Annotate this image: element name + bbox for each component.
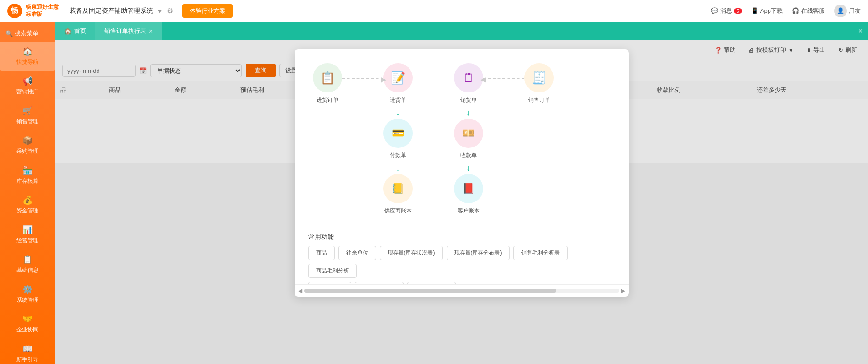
dropdown-icon[interactable]: ▼ [157,7,163,15]
page-content: ❓ 帮助 🖨 按模板打印 ▼ ⬆ 导出 ↻ 刷新 [55,40,868,364]
node-purchase-bill[interactable]: 📝 进货单 [383,63,413,104]
circle-sales-order: 🧾 [524,63,554,92]
experience-button[interactable]: 体验行业方案 [182,4,233,18]
label-sales-order: 销售订单 [528,96,550,104]
node-customer-ledger[interactable]: 📕 客户账本 [454,174,483,215]
func-btn-stock-status[interactable]: 现存量(库存状况表) [380,246,443,260]
circle-receipt-bill: 💴 [454,119,483,148]
newbie-icon: 📖 [22,344,33,354]
scrollbar-thumb [304,289,556,293]
sidebar-item-basics[interactable]: 📋 基础信息 [0,250,55,279]
gear-icon[interactable]: ⚙ [167,6,173,15]
content-area: 🏠 首页 销售订单执行表 × × ❓ 帮助 🖨 按模板打印 [55,22,868,364]
workflow-row-3: 📒 供应商账本 📕 客户账本 [313,174,611,215]
top-header: 畅 畅康通好生意 标准版 装备及固定资产辅助管理系统 ▼ ⚙ 体验行业方案 💬 … [0,0,868,22]
circle-purchase-order: 📋 [313,63,342,92]
finance-icon: 💰 [22,195,33,205]
marketing-icon: 📢 [22,76,33,86]
label-receipt-bill: 收款单 [460,152,477,159]
tab-close-icon[interactable]: × [149,27,153,35]
online-service-label: 在线客服 [801,7,825,15]
download-icon: 📱 [751,7,759,14]
tab-home[interactable]: 🏠 首页 [55,22,95,40]
search-icon: 🔍 [5,30,13,37]
system-title-text: 装备及固定资产辅助管理系统 [70,7,153,15]
workflow-arrows-row: ↓ ↓ [313,109,611,117]
logo-area: 畅 畅康通好生意 标准版 [7,4,62,18]
label-purchase-order: 进货订单 [317,96,338,104]
func-buttons-row1: 商品 往来单位 现存量(库存状况表) 现存量(库存分布表) 销售毛利分析表 商品… [308,246,615,278]
workflow-row-2: 💳 付款单 💴 收款单 [313,119,611,159]
func-btn-sales-margin[interactable]: 销售毛利分析表 [513,246,568,260]
func-btn-counterpart[interactable]: 往来单位 [338,246,376,260]
modal-box: 📋 进货订单 ▶ 📝 进货单 [295,49,629,297]
enterprise-icon: 🤝 [22,314,33,324]
label-customer-ledger: 客户账本 [458,207,480,215]
message-action[interactable]: 💬 消息 5 [711,7,742,15]
sidebar-item-label-finance: 资金管理 [16,207,38,215]
node-supplier-ledger[interactable]: 📒 供应商账本 [383,174,413,215]
sidebar-search[interactable]: 🔍 搜索菜单 [0,26,55,41]
header-right: 💬 消息 5 📱 App下载 🎧 在线客服 👤 用友 [711,5,861,17]
sidebar-item-system[interactable]: ⚙️ 系统管理 [0,280,55,309]
modal-overlay[interactable]: 📋 进货订单 ▶ 📝 进货单 [55,40,868,364]
quick-nav-icon: 🏠 [22,46,33,56]
sidebar-item-quick-nav[interactable]: 🏠 快捷导航 [0,42,55,71]
label-purchase-bill: 进货单 [390,96,406,104]
sidebar-item-label-quick-nav: 快捷导航 [16,58,38,66]
func-btn-stock-dist[interactable]: 现存量(库存分布表) [447,246,510,260]
modal-scroll: 📋 进货订单 ▶ 📝 进货单 [295,49,629,284]
scrollbar-track[interactable] [304,289,619,293]
label-sales-bill: 销货单 [460,96,477,104]
sidebar-item-label-newbie: 新手引导 [16,356,38,364]
sidebar-item-marketing[interactable]: 📢 营销推广 [0,71,55,100]
sidebar-item-sales[interactable]: 🛒 销售管理 [0,101,55,130]
sidebar-item-label-enterprise: 企业协同 [16,326,38,334]
message-icon: 💬 [711,7,718,14]
operations-icon: 📊 [22,225,33,235]
workflow-area: 📋 进货订单 ▶ 📝 进货单 [295,49,629,228]
scroll-right-icon[interactable]: ▶ [621,288,625,294]
home-icon: 🏠 [64,28,71,35]
app-download-action[interactable]: 📱 App下载 [751,7,783,15]
common-functions-title: 常用功能 [308,233,615,241]
user-action[interactable]: 👤 用友 [834,5,861,17]
app-download-label: App下载 [760,7,783,15]
node-receipt-bill[interactable]: 💴 收款单 [454,119,483,159]
node-payment-bill[interactable]: 💳 付款单 [383,119,413,159]
circle-sales-bill: 🗒 [454,63,483,92]
sidebar-item-operations[interactable]: 📊 经营管理 [0,220,55,249]
sales-icon: 🛒 [22,106,33,116]
scroll-left-icon[interactable]: ◀ [298,288,302,294]
sidebar-item-label-system: 系统管理 [16,296,38,304]
node-sales-bill[interactable]: 🗒 销货单 [454,63,483,104]
sidebar-item-inventory[interactable]: 🏪 库存核算 [0,161,55,190]
sidebar-item-label-marketing: 营销推广 [16,88,38,96]
logo-line2: 标准版 [26,11,59,18]
message-badge: 5 [734,8,742,14]
tab-sales-order-label: 销售订单执行表 [104,27,146,35]
purchase-icon: 📦 [22,136,33,146]
func-btn-product[interactable]: 商品 [308,246,335,260]
user-avatar: 👤 [834,5,847,17]
sidebar-item-finance[interactable]: 💰 资金管理 [0,190,55,219]
close-all-tabs[interactable]: × [853,27,868,35]
sidebar-search-label: 搜索菜单 [15,29,38,38]
sidebar-item-label-basics: 基础信息 [16,266,38,274]
node-sales-order[interactable]: 🧾 销售订单 [524,63,554,104]
basics-icon: 📋 [22,255,33,265]
online-service-action[interactable]: 🎧 在线客服 [792,7,825,15]
node-purchase-order[interactable]: 📋 进货订单 [313,63,342,104]
logo-icon: 畅 [7,4,22,18]
sidebar-item-purchase[interactable]: 📦 采购管理 [0,131,55,160]
tab-bar: 🏠 首页 销售订单执行表 × × [55,22,868,40]
sidebar-item-newbie[interactable]: 📖 新手引导 [0,339,55,364]
func-btn-product-margin[interactable]: 商品毛利分析 [308,264,357,278]
modal-scrollbar: ◀ ▶ [295,284,629,297]
main-layout: 🔍 搜索菜单 🏠 快捷导航 📢 营销推广 🛒 销售管理 📦 采购管理 🏪 库存核… [0,22,868,364]
system-icon: ⚙️ [22,284,33,294]
message-label: 消息 [720,7,732,15]
sidebar-item-enterprise[interactable]: 🤝 企业协同 [0,310,55,338]
tab-sales-order-exec[interactable]: 销售订单执行表 × [95,22,162,40]
logo-line1: 畅康通好生意 [26,4,59,11]
